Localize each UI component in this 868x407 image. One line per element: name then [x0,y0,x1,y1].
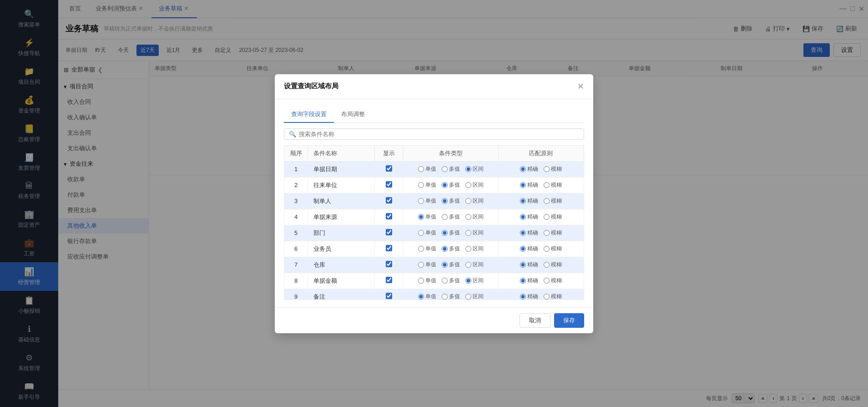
match-radio-模糊[interactable]: 模糊 [544,245,562,253]
show-checkbox[interactable] [386,181,392,188]
match-radio-模糊[interactable]: 模糊 [544,165,562,173]
type-radio-区间[interactable]: 区间 [465,293,484,300]
type-radio-区间[interactable]: 区间 [465,261,484,269]
show-checkbox[interactable] [386,261,392,267]
match-radio-模糊[interactable]: 模糊 [544,181,562,189]
table-row: 9备注单值多值区间精确模糊 [284,289,584,300]
match-radio-精确[interactable]: 精确 [520,277,538,285]
type-radio-区间[interactable]: 区间 [465,181,484,189]
show-checkbox[interactable] [386,229,392,235]
type-radio-单值[interactable]: 单值 [418,229,436,237]
type-radio-多值[interactable]: 多值 [442,165,460,173]
show-checkbox[interactable] [386,245,392,251]
row-type[interactable]: 单值多值区间 [403,289,498,300]
row-show[interactable] [374,161,403,177]
cancel-button[interactable]: 取消 [520,313,550,328]
match-radio-精确[interactable]: 精确 [520,245,538,253]
row-type[interactable]: 单值多值区间 [403,273,498,289]
match-radio-精确[interactable]: 精确 [520,261,538,269]
dialog-tabs: 查询字段设置 布局调整 [284,107,584,123]
type-radio-单值[interactable]: 单值 [418,245,436,253]
type-radio-多值[interactable]: 多值 [442,213,460,221]
match-radio-模糊[interactable]: 模糊 [544,293,562,300]
row-show[interactable] [374,225,403,241]
match-radio-模糊[interactable]: 模糊 [544,229,562,237]
row-match[interactable]: 精确模糊 [498,177,584,193]
row-type[interactable]: 单值多值区间 [403,177,498,193]
row-match[interactable]: 精确模糊 [498,225,584,241]
row-order: 7 [284,257,308,273]
row-show[interactable] [374,177,403,193]
type-radio-单值[interactable]: 单值 [418,165,436,173]
match-radio-模糊[interactable]: 模糊 [544,213,562,221]
match-radio-精确[interactable]: 精确 [520,181,538,189]
row-type[interactable]: 单值多值区间 [403,161,498,177]
type-radio-单值[interactable]: 单值 [418,197,436,205]
type-radio-多值[interactable]: 多值 [442,261,460,269]
type-radio-区间[interactable]: 区间 [465,197,484,205]
settings-table: 顺序 条件名称 显示 条件类型 匹配原则 1单据日期单值多值区间精确模糊2往来单… [284,145,584,300]
row-type[interactable]: 单值多值区间 [403,209,498,225]
dialog-tab-fields[interactable]: 查询字段设置 [284,107,334,123]
table-row: 3制单人单值多值区间精确模糊 [284,193,584,209]
dialog-close-button[interactable]: ✕ [577,81,584,92]
match-radio-精确[interactable]: 精确 [520,293,538,300]
match-radio-模糊[interactable]: 模糊 [544,197,562,205]
type-radio-单值[interactable]: 单值 [418,213,436,221]
match-radio-精确[interactable]: 精确 [520,229,538,237]
type-radio-单值[interactable]: 单值 [418,293,436,300]
row-match[interactable]: 精确模糊 [498,257,584,273]
row-type[interactable]: 单值多值区间 [403,257,498,273]
row-show[interactable] [374,209,403,225]
row-match[interactable]: 精确模糊 [498,161,584,177]
type-radio-单值[interactable]: 单值 [418,261,436,269]
show-checkbox[interactable] [386,197,392,204]
row-order: 5 [284,225,308,241]
row-type[interactable]: 单值多值区间 [403,193,498,209]
show-checkbox[interactable] [386,165,392,172]
type-radio-单值[interactable]: 单值 [418,181,436,189]
match-radio-模糊[interactable]: 模糊 [544,277,562,285]
type-radio-区间[interactable]: 区间 [465,245,484,253]
row-order: 1 [284,161,308,177]
row-order: 8 [284,273,308,289]
settings-dialog: 设置查询区域布局 ✕ 查询字段设置 布局调整 🔍 顺序 条件名 [275,74,593,333]
row-name: 单据日期 [308,161,374,177]
row-type[interactable]: 单值多值区间 [403,225,498,241]
row-show[interactable] [374,289,403,300]
search-input[interactable] [299,131,579,137]
row-order: 2 [284,177,308,193]
match-radio-精确[interactable]: 精确 [520,165,538,173]
row-match[interactable]: 精确模糊 [498,289,584,300]
dialog-tab-layout[interactable]: 布局调整 [334,107,372,123]
type-radio-多值[interactable]: 多值 [442,277,460,285]
show-checkbox[interactable] [386,277,392,283]
row-match[interactable]: 精确模糊 [498,241,584,257]
match-radio-模糊[interactable]: 模糊 [544,261,562,269]
type-radio-区间[interactable]: 区间 [465,277,484,285]
row-name: 备注 [308,289,374,300]
row-show[interactable] [374,241,403,257]
show-checkbox[interactable] [386,213,392,219]
type-radio-多值[interactable]: 多值 [442,293,460,300]
table-row: 7仓库单值多值区间精确模糊 [284,257,584,273]
type-radio-多值[interactable]: 多值 [442,245,460,253]
row-show[interactable] [374,273,403,289]
row-type[interactable]: 单值多值区间 [403,241,498,257]
row-show[interactable] [374,193,403,209]
type-radio-区间[interactable]: 区间 [465,229,484,237]
save-button[interactable]: 保存 [554,313,584,328]
match-radio-精确[interactable]: 精确 [520,213,538,221]
row-match[interactable]: 精确模糊 [498,273,584,289]
row-match[interactable]: 精确模糊 [498,193,584,209]
type-radio-多值[interactable]: 多值 [442,197,460,205]
match-radio-精确[interactable]: 精确 [520,197,538,205]
type-radio-多值[interactable]: 多值 [442,229,460,237]
type-radio-区间[interactable]: 区间 [465,213,484,221]
type-radio-区间[interactable]: 区间 [465,165,484,173]
type-radio-单值[interactable]: 单值 [418,277,436,285]
row-show[interactable] [374,257,403,273]
type-radio-多值[interactable]: 多值 [442,181,460,189]
show-checkbox[interactable] [386,293,392,299]
row-match[interactable]: 精确模糊 [498,209,584,225]
